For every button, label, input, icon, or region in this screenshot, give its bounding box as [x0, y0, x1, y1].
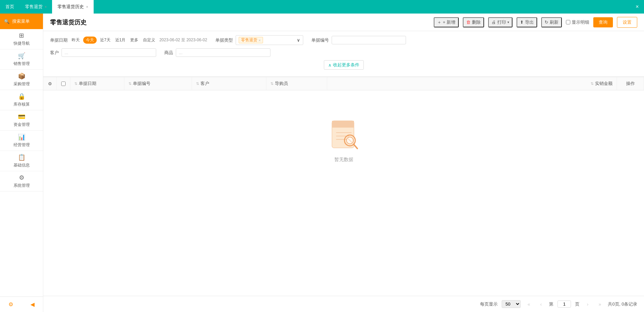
- empty-state: 暂无数据: [43, 90, 644, 190]
- tab-retail-return-history[interactable]: 零售退货历史 ×: [52, 0, 93, 14]
- table-area: ⚙ ⇅ 单据日期 ⇅ 单据编号 ⇅ 客户: [43, 77, 644, 296]
- svg-line-9: [354, 144, 357, 149]
- date-filter: 单据日期 昨天 今天 近7天 近1月 更多 自定义 2023-06-02 至 2…: [50, 37, 207, 44]
- page-size-select[interactable]: 10 20 50 100: [502, 300, 521, 308]
- th-orderno[interactable]: ⇅ 单据编号: [124, 77, 192, 90]
- svg-rect-3: [332, 126, 354, 128]
- add-icon: ＋: [437, 19, 442, 25]
- prev-page-button[interactable]: ‹: [537, 300, 545, 308]
- next-page-button[interactable]: ›: [583, 300, 592, 308]
- sort-guide-icon: ⇅: [270, 82, 273, 86]
- query-button[interactable]: 查询: [593, 17, 613, 27]
- th-amount[interactable]: ⇅ 实销金额: [327, 77, 617, 90]
- print-button[interactable]: 🖨 打印 ▾: [488, 17, 512, 27]
- finance-icon: 💳: [18, 113, 25, 120]
- filter-area: 单据日期 昨天 今天 近7天 近1月 更多 自定义 2023-06-02 至 2…: [43, 31, 644, 77]
- window-close-button[interactable]: ×: [630, 0, 644, 14]
- collapse-icon: ∧: [328, 63, 332, 68]
- collapse-button[interactable]: ∧ 收起更多条件: [324, 60, 364, 70]
- date-range-text: 2023-06-02 至 2023-06-02: [159, 37, 207, 43]
- goods-filter: 商品 ...: [164, 48, 270, 57]
- sidebar-bottom: ⚙ ◀: [0, 296, 43, 312]
- type-tag: 零售退货 ×: [239, 37, 263, 43]
- sidebar-item-quick-nav[interactable]: ⊞ 快捷导航: [0, 29, 43, 49]
- operation-icon: 📊: [18, 133, 25, 141]
- tab-retail-return[interactable]: 零售退货 ×: [20, 0, 52, 14]
- sidebar-item-finance-mgmt[interactable]: 💳 资金管理: [0, 110, 43, 131]
- show-detail-checkbox-label[interactable]: 显示明细: [566, 19, 589, 25]
- tab-list: 首页 零售退货 × 零售退货历史 ×: [0, 0, 630, 14]
- th-action: 操作: [617, 77, 644, 90]
- export-icon: ⬆: [520, 20, 524, 25]
- first-page-button[interactable]: «: [525, 300, 533, 308]
- sidebar-item-sales-mgmt[interactable]: 🛒 销售管理: [0, 49, 43, 70]
- inventory-icon: 🔒: [18, 93, 25, 100]
- goods-select[interactable]: ...: [176, 48, 270, 57]
- sidebar-item-operation-mgmt[interactable]: 📊 经营管理: [0, 131, 43, 151]
- page-label: 第: [549, 301, 553, 307]
- settings-button[interactable]: 设置: [617, 17, 637, 28]
- date-btn-more[interactable]: 更多: [129, 37, 140, 44]
- sidebar-search[interactable]: 🔍 搜索菜单: [0, 14, 43, 29]
- total-records-text: 共0页, 0条记录: [608, 301, 637, 307]
- filter-row-2: 客户 ... 商品 ...: [50, 48, 637, 57]
- page-size-label: 每页显示: [480, 301, 498, 307]
- orderno-filter: 单据编号: [311, 36, 406, 44]
- orderno-input[interactable]: [332, 36, 406, 44]
- goods-placeholder: ...: [179, 50, 267, 55]
- delete-button[interactable]: 🗑 删除: [463, 17, 484, 27]
- th-settings[interactable]: ⚙: [43, 77, 57, 90]
- tab-retail-return-close[interactable]: ×: [45, 5, 47, 9]
- quick-nav-icon: ⊞: [19, 32, 24, 39]
- page-number-input[interactable]: [557, 300, 571, 308]
- sort-orderno-icon: ⇅: [128, 82, 132, 86]
- last-page-button[interactable]: »: [596, 300, 604, 308]
- print-icon: 🖨: [492, 20, 496, 25]
- customer-placeholder: ...: [65, 50, 153, 55]
- sidebar-menu: ⊞ 快捷导航 🛒 销售管理 📦 采购管理 🔒 库存核算 💳 资金管理 📊: [0, 29, 43, 296]
- collapse-sidebar-icon[interactable]: ◀: [30, 301, 34, 308]
- sort-date-icon: ⇅: [74, 82, 77, 86]
- customer-filter: 客户 ...: [50, 48, 156, 57]
- basic-icon: 📋: [18, 154, 25, 161]
- sidebar-item-purchase-mgmt[interactable]: 📦 采购管理: [0, 70, 43, 90]
- th-date[interactable]: ⇅ 单据日期: [70, 77, 124, 90]
- th-checkbox[interactable]: [57, 77, 70, 90]
- date-btns: 昨天 今天 近7天 近1月 更多 自定义: [70, 37, 157, 44]
- type-tag-close[interactable]: ×: [259, 38, 261, 42]
- refresh-icon: ↻: [545, 20, 548, 25]
- add-button[interactable]: ＋ + 新增: [434, 17, 459, 27]
- type-select[interactable]: 零售退货 × ∨: [236, 35, 303, 45]
- sort-customer-icon: ⇅: [196, 82, 199, 86]
- date-btn-1month[interactable]: 近1月: [114, 37, 127, 44]
- show-detail-checkbox[interactable]: [566, 20, 570, 24]
- date-btn-custom[interactable]: 自定义: [142, 37, 157, 44]
- type-dropdown-icon: ∨: [297, 38, 300, 43]
- table-header: ⚙ ⇅ 单据日期 ⇅ 单据编号 ⇅ 客户: [43, 77, 644, 90]
- date-btn-7days[interactable]: 近7天: [99, 37, 112, 44]
- sidebar-item-system-mgmt[interactable]: ⚙ 系统管理: [0, 171, 43, 192]
- date-btn-today[interactable]: 今天: [83, 37, 97, 44]
- settings-bottom-icon[interactable]: ⚙: [8, 301, 13, 308]
- search-icon: 🔍: [4, 19, 9, 24]
- th-guide[interactable]: ⇅ 导购员: [266, 77, 327, 90]
- tab-retail-return-history-close[interactable]: ×: [86, 5, 88, 9]
- sidebar-item-basic-info[interactable]: 📋 基础信息: [0, 151, 43, 171]
- delete-icon: 🗑: [466, 20, 471, 25]
- select-all-checkbox[interactable]: [61, 82, 66, 86]
- date-btn-yesterday[interactable]: 昨天: [70, 37, 81, 44]
- th-customer[interactable]: ⇅ 客户: [192, 77, 266, 90]
- main-content: 零售退货历史 ＋ + 新增 🗑 删除 🖨 打印 ▾ ⬆ 导出: [43, 14, 644, 312]
- refresh-button[interactable]: ↻ 刷新: [541, 17, 562, 27]
- customer-select[interactable]: ...: [62, 48, 156, 57]
- tab-home[interactable]: 首页: [0, 0, 20, 14]
- total-pages-label: 页: [575, 301, 579, 307]
- sort-amount-icon: ⇅: [591, 82, 594, 86]
- header-actions: ＋ + 新增 🗑 删除 🖨 打印 ▾ ⬆ 导出 ↻: [434, 17, 637, 28]
- main-layout: 🔍 搜索菜单 ⊞ 快捷导航 🛒 销售管理 📦 采购管理 🔒 库存核算 💳: [0, 14, 644, 312]
- system-icon: ⚙: [19, 174, 24, 181]
- table-container: ⚙ ⇅ 单据日期 ⇅ 单据编号 ⇅ 客户: [43, 77, 644, 190]
- export-button[interactable]: ⬆ 导出: [517, 17, 537, 27]
- sidebar-item-inventory[interactable]: 🔒 库存核算: [0, 90, 43, 110]
- sidebar: 🔍 搜索菜单 ⊞ 快捷导航 🛒 销售管理 📦 采购管理 🔒 库存核算 💳: [0, 14, 43, 312]
